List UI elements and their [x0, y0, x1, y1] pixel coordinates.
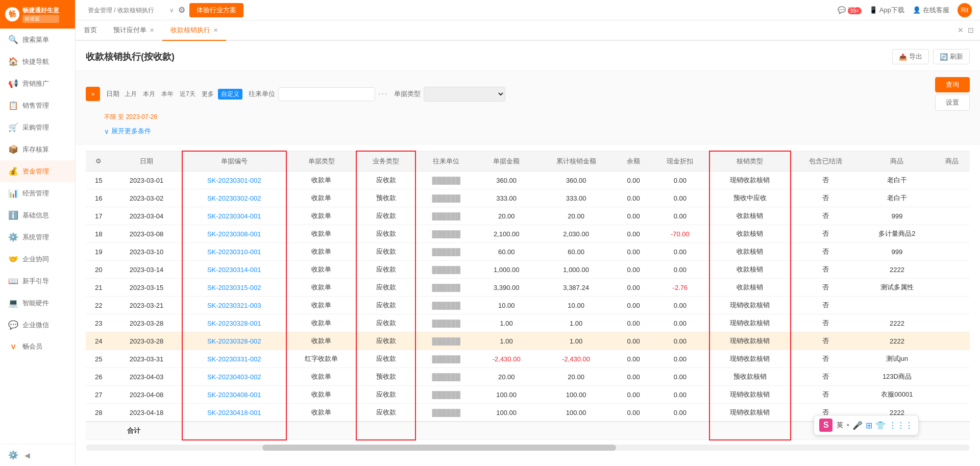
footer-singletype [286, 422, 356, 440]
cell-goods2 [934, 207, 970, 225]
industry-button[interactable]: 体验行业方案 [189, 3, 243, 17]
sidebar-item-basic[interactable]: ℹ️ 基础信息 [0, 204, 75, 226]
singleno-link[interactable]: SK-20230304-001 [207, 212, 261, 220]
dropdown-arrow-icon[interactable]: ∨ [169, 7, 174, 14]
sidebar-item-search[interactable]: 🔍 搜索菜单 [0, 29, 75, 51]
sidebar-item-label: 系统管理 [22, 233, 49, 242]
service-button[interactable]: 👤 在线客服 [913, 6, 949, 15]
cell-verified: 60.00 [536, 243, 616, 261]
cell-singleno: SK-20230328-002 [182, 332, 286, 350]
singleno-link[interactable]: SK-20230328-002 [207, 337, 261, 345]
breadcrumb-input[interactable] [84, 5, 165, 16]
singleno-link[interactable]: SK-20230328-001 [207, 320, 261, 327]
sidebar-item-shortcut[interactable]: 🏠 快捷导航 [0, 51, 75, 72]
close-window-icon[interactable]: ✕ [958, 26, 964, 34]
cell-id: 24 [86, 332, 111, 350]
sidebar-item-sales[interactable]: 📋 销售管理 [0, 94, 75, 116]
settings-gear-icon[interactable]: ⚙ [178, 5, 185, 15]
sidebar-item-inventory[interactable]: 📦 库存核算 [0, 138, 75, 160]
cell-biztype: 应收款 [356, 225, 415, 243]
date-custom-button[interactable]: 自定义 [218, 89, 242, 100]
sidebar-item-member[interactable]: V 畅会员 [0, 336, 75, 357]
date-shortcut-more[interactable]: 更多 [200, 89, 216, 100]
date-range-display: 不限 至 2023-07-26 [104, 113, 970, 121]
sidebar-item-system[interactable]: ⚙️ 系统管理 [0, 226, 75, 248]
singleno-link[interactable]: SK-20230321-003 [207, 302, 261, 309]
footer-amount [477, 422, 536, 440]
filter-settings-button[interactable]: 设置 [935, 94, 970, 111]
singleno-link[interactable]: SK-20230418-001 [207, 409, 261, 416]
date-shortcut-thismonth[interactable]: 本月 [141, 89, 157, 100]
cell-included: 否 [791, 368, 860, 386]
watermark-shirt-icon[interactable]: 👕 [875, 421, 886, 430]
date-shortcut-7days[interactable]: 近7天 [178, 89, 198, 100]
watermark-dots-icon[interactable]: ⋮⋮⋮ [889, 421, 913, 430]
cell-discount: 0.00 [651, 243, 709, 261]
scrollbar-thumb[interactable] [262, 445, 616, 451]
date-shortcut-lastmonth[interactable]: 上月 [122, 89, 139, 100]
maximize-icon[interactable]: ⊡ [968, 26, 974, 34]
user-avatar[interactable]: Rit [958, 3, 972, 17]
horizontal-scrollbar[interactable] [86, 445, 970, 451]
singleno-link[interactable]: SK-20230315-002 [207, 284, 261, 291]
export-button[interactable]: 📤 导出 [892, 49, 929, 64]
cell-discount: 0.00 [651, 368, 709, 386]
col-settings-header[interactable]: ⚙ [86, 151, 111, 171]
table-row: 16 2023-03-02 SK-20230302-002 收款单 预收款 ██… [86, 189, 970, 207]
bottom-settings-icon[interactable]: ⚙️ [8, 450, 18, 460]
sidebar-item-wechat[interactable]: 💬 企业微信 [0, 314, 75, 336]
expand-conditions-button[interactable]: ∨ 展开更多条件 [104, 125, 970, 138]
tab-payable[interactable]: 预计应付单 ✕ [105, 20, 162, 41]
tab-verify[interactable]: 收款核销执行 ✕ [162, 20, 226, 41]
cell-biztype: 应收款 [356, 386, 415, 404]
refresh-button[interactable]: 🔄 刷新 [933, 49, 970, 64]
sidebar-item-hardware[interactable]: 💻 智能硬件 [0, 292, 75, 314]
partner-input[interactable] [278, 87, 375, 101]
tab-payable-close-icon[interactable]: ✕ [150, 27, 154, 34]
sidebar-item-marketing[interactable]: 📢 营销推广 [0, 72, 75, 94]
footer-balance [616, 422, 651, 440]
sidebar-item-business[interactable]: 📊 经营管理 [0, 182, 75, 204]
col-included-header: 包含已结清 [791, 151, 860, 171]
tab-home[interactable]: 首页 [76, 20, 105, 41]
singleno-link[interactable]: SK-20230301-002 [207, 177, 261, 184]
cell-amount: 100.00 [477, 404, 536, 422]
cell-discount: 0.00 [651, 297, 709, 314]
sidebar-item-purchase[interactable]: 🛒 采购管理 [0, 116, 75, 138]
cell-goods: 2222 [860, 261, 934, 279]
watermark-text-icon[interactable]: 英 [837, 421, 843, 430]
cell-biztype: 预收款 [356, 368, 415, 386]
watermark-grid-icon[interactable]: ⊞ [866, 421, 872, 430]
sidebar-item-finance[interactable]: 💰 资金管理 [0, 160, 75, 182]
voucher-select[interactable] [424, 87, 505, 102]
page-content: 收款核销执行(按收款) 📤 导出 🔄 刷新 » [76, 41, 980, 466]
singleno-link[interactable]: SK-20230331-002 [207, 355, 261, 363]
cell-biztype: 应收款 [356, 171, 415, 189]
cell-singleno: SK-20230321-003 [182, 297, 286, 314]
table-wrapper: ⚙ 日期 单据编号 单据类型 业务类型 往来单位 单据金额 累计核销金额 余额 … [76, 144, 980, 461]
app-download-button[interactable]: 📱 App下载 [869, 6, 904, 15]
cell-partner: ██████ [415, 404, 477, 422]
singleno-link[interactable]: SK-20230408-001 [207, 391, 261, 399]
sidebar-bottom: ⚙️ ◀ [0, 444, 75, 466]
singleno-link[interactable]: SK-20230302-002 [207, 194, 261, 202]
tab-verify-close-icon[interactable]: ✕ [213, 27, 218, 34]
cell-included: 否 [791, 225, 860, 243]
message-button[interactable]: 💬 消息 99+ [838, 6, 861, 15]
singleno-link[interactable]: SK-20230308-001 [207, 230, 261, 238]
singleno-link[interactable]: SK-20230403-002 [207, 373, 261, 381]
sidebar-item-guide[interactable]: 📖 新手引导 [0, 270, 75, 292]
partner-more-icon[interactable]: ··· [378, 89, 388, 99]
filter-collapse-button[interactable]: » [86, 87, 100, 101]
bottom-collapse-icon[interactable]: ◀ [24, 451, 30, 459]
singleno-link[interactable]: SK-20230310-001 [207, 248, 261, 256]
cell-goods: 123D商品 [860, 368, 934, 386]
page-inner: 收款核销执行(按收款) 📤 导出 🔄 刷新 » [76, 41, 980, 466]
cell-goods: 老白干 [860, 189, 934, 207]
date-shortcut-thisyear[interactable]: 本年 [159, 89, 176, 100]
watermark-mic-icon[interactable]: 🎤 [852, 421, 863, 430]
query-button[interactable]: 查询 [935, 77, 970, 92]
singleno-link[interactable]: SK-20230314-001 [207, 266, 261, 274]
footer-singleno [182, 422, 286, 440]
sidebar-item-enterprise[interactable]: 🤝 企业协同 [0, 248, 75, 270]
